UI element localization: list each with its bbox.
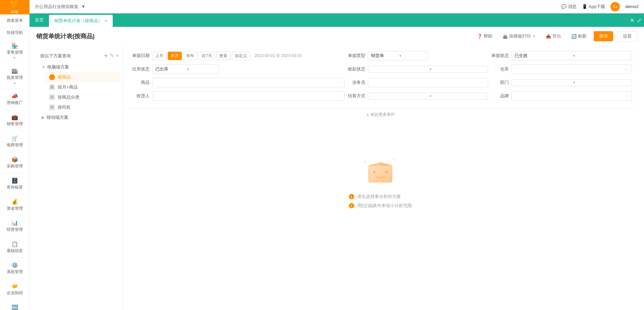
date-btn-prev-month[interactable]: 上月 [152,52,166,60]
sidebar-item-operations[interactable]: 📊 经营管理 [0,216,29,237]
date-btn-current-year[interactable]: 本年 [183,52,197,60]
sidebar-item-inventory[interactable]: 🗄️ 库存核算 [0,173,29,195]
warehouse-select[interactable]: 已出库 ▼ [152,64,219,74]
scheme-item-by-product[interactable]: 按商品 [46,72,120,82]
tab-sales-stat[interactable]: 销货单统计表（按商品） ✕ [49,15,113,27]
date-btn-more[interactable]: 更多 [216,52,230,60]
scheme-item-by-printer[interactable]: 回 按司机 [46,102,120,112]
purchase-icon: 📦 [11,156,18,163]
username-label[interactable]: demo2 [625,4,639,9]
scheme-group-desktop-toggle[interactable]: ▼ 电脑端方案 [39,62,120,72]
warehouse-chevron-icon: ▼ [186,67,216,71]
tab-home[interactable]: 首页 [30,13,49,27]
product-dots-icon[interactable]: ··· [337,80,341,86]
filter-row-4: 收货人 ··· 结算方式 [129,91,632,101]
date-btn-custom[interactable]: 自定义 [232,52,250,60]
sidebar-logo[interactable]: 🧡 标账 [0,0,30,14]
sidebar-quick-nav[interactable]: 快捷导航 [0,27,29,39]
doc-type-control: 销货单 ▼ [368,51,488,60]
date-btn-7days[interactable]: 近7天 [199,52,215,60]
brand-input[interactable]: ··· [512,91,632,101]
refresh-btn[interactable]: 🔄 刷新 [568,32,590,41]
scheme-group-mobile-toggle[interactable]: ▶ 移动端方案 [39,112,120,122]
filter-cell-payment-method: 结算方式 ▼ [344,93,488,100]
add-scheme-icon[interactable]: + [104,52,108,59]
sidebar-item-enterprise[interactable]: 🤝 企业协同 [0,279,29,300]
filter-cell-payment: 收款状态 ▼ [344,66,488,73]
basic-icon: 📋 [11,241,18,247]
sidebar-item-purchase[interactable]: 📦 采购管理 [0,152,29,173]
sidebar-item-system[interactable]: ⚙️ 系统管理 [0,258,29,279]
payment-method-control: ▼ [368,93,488,100]
filter-cell-product: 商品 ··· [129,78,344,87]
department-label: 部门 [488,80,512,86]
quick-nav-label: 快捷导航 [7,30,23,35]
date-btn-group: 上月 本月 本年 近7天 更多 自定义 [152,52,250,60]
product-input[interactable]: ··· [152,78,344,87]
sidebar-item-wholesale[interactable]: 🏬 批发管理 ▲ [0,64,29,89]
tab-expand-icon[interactable]: ⤢ [637,17,641,23]
close-tab-icon[interactable]: ✕ [104,19,107,23]
payment-select[interactable]: ▼ [368,66,488,73]
warehouse-label: 出库状态 [129,66,152,72]
product-control: ··· [152,78,344,87]
message-btn[interactable]: 💬 消息 [561,4,577,10]
department-control: ▼ [512,79,632,86]
department-select[interactable]: ▼ [512,79,632,86]
finance-icon: 💰 [11,199,18,205]
date-btn-current-month[interactable]: 本月 [168,52,182,60]
topbar-right: 💬 消息 📱 App下载 Ea demo2 [561,2,639,11]
user-avatar[interactable]: Ea [610,2,620,11]
left-panel-header: 按以下方案查询 + ✎ « [36,50,123,62]
storage-input[interactable]: ··· [512,64,632,74]
payment-chevron-icon: ▼ [429,67,485,71]
salesperson-dots-icon[interactable]: ··· [481,80,485,86]
help-icon: ❓ [477,34,482,39]
export-btn[interactable]: 📤 导出 [543,32,564,41]
doc-type-select[interactable]: 销货单 ▼ [368,51,428,60]
date-control: 上月 本月 本年 近7天 更多 自定义 2023-03-01 至 2023-03… [152,52,344,60]
sidebar-item-finance[interactable]: 💰 资金管理 [0,195,29,216]
mobile-group-label: 移动端方案 [47,114,68,120]
help-btn[interactable]: ❓ 帮助 [474,32,495,41]
sidebar-search[interactable]: 搜索菜单 [0,14,29,27]
sidebar-item-marketing[interactable]: 📣 营销推广 [0,89,29,110]
payment-method-select[interactable]: ▼ [368,93,488,100]
industry-dropdown[interactable]: ▼ [81,4,86,9]
by-printer-icon: 回 [49,104,55,110]
search-label: 搜索菜单 [7,18,23,23]
industry-label[interactable]: 办公用品行业模拟账套 [35,4,78,10]
sidebar-item-sales[interactable]: 💼 销售管理 [0,110,29,131]
filter-cell-receiver: 收货人 ··· [129,91,344,101]
filter-cell-date: 单据日期 上月 本月 本年 近7天 更多 自定义 [129,52,344,60]
payment-method-chevron-icon: ▼ [429,94,485,98]
date-label: 单据日期 [129,53,152,59]
app-download-btn[interactable]: 📱 App下载 [582,4,605,10]
product-label: 商品 [129,80,152,86]
scheme-group-desktop: ▼ 电脑端方案 按商品 图 按月+商品 [36,62,123,112]
empty-illustration: ✦ ✦ ✦ [360,147,400,187]
filter-cell-storage: 仓库 ··· [488,64,632,74]
receiver-input[interactable]: ··· [152,91,344,101]
tab-close-all-icon[interactable]: ✕ [630,17,634,23]
receiver-dots-icon[interactable]: ··· [337,93,341,99]
collapse-panel-icon[interactable]: « [116,52,119,59]
edit-scheme-icon[interactable]: ✎ [110,52,114,59]
sidebar-item-basic[interactable]: 📋 基础信息 [0,237,29,258]
filter-form: 单据日期 上月 本月 本年 近7天 更多 自定义 [123,47,637,109]
query-btn[interactable]: 查询 [594,31,613,41]
sidebar-item-guide[interactable]: 🆕 新手引导 [0,300,29,310]
sidebar-item-ecommerce[interactable]: 🛒 电商管理 [0,131,29,152]
storage-dots-icon[interactable]: ··· [625,66,629,72]
main-area: 办公用品行业模拟账套 ▼ 💬 消息 📱 App下载 Ea demo2 首页 [30,0,644,310]
scheme-item-by-category[interactable]: 回 按商品分类 [46,92,120,102]
print-btn[interactable]: 🖨️ 按模板打印 ▼ [499,32,539,41]
doc-status-select[interactable]: 已生效 ▼ [512,51,632,60]
by-product-icon [49,74,55,80]
salesperson-input[interactable]: ··· [368,78,488,87]
settings-btn[interactable]: 设置 [617,31,637,42]
sidebar-item-retail[interactable]: 🏪 零售管理 ▼ [0,39,29,64]
brand-dots-icon[interactable]: ··· [625,93,629,99]
scheme-item-by-month-product[interactable]: 图 按月+商品 [46,82,120,92]
collapse-bar[interactable]: ∧ 收起更多条件 [123,109,637,120]
